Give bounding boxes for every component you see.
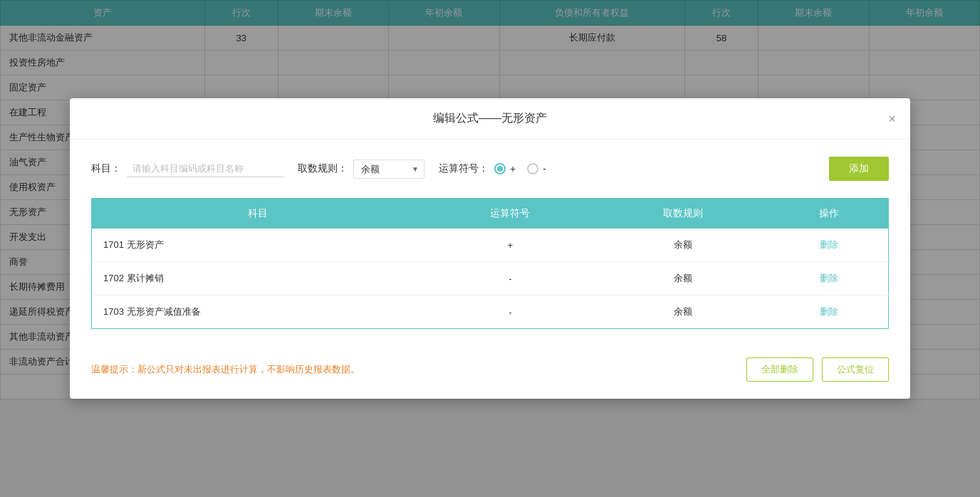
formula-operator: -	[424, 295, 597, 329]
modal-dialog: 编辑公式——无形资产 × 科目： 取数规则： 余额 借方 贷方 借方发生额 贷方…	[70, 98, 910, 399]
formula-row: 1701 无形资产+余额删除	[92, 229, 889, 262]
modal-header: 编辑公式——无形资产 ×	[70, 98, 910, 140]
delete-button[interactable]: 删除	[820, 273, 838, 283]
formula-rule: 余额	[597, 295, 770, 329]
rule-select[interactable]: 余额 借方 贷方 借方发生额 贷方发生额	[353, 159, 424, 179]
reset-button[interactable]: 公式复位	[822, 357, 889, 382]
operator-label: 运算符号：	[439, 162, 489, 175]
rule-select-wrap: 余额 借方 贷方 借方发生额 贷方发生额 ▼	[353, 159, 424, 179]
delete-button[interactable]: 删除	[820, 306, 838, 317]
add-button[interactable]: 添加	[829, 157, 889, 181]
formula-action: 删除	[770, 229, 889, 262]
modal-footer: 温馨提示：新公式只对未出报表进行计算，不影响历史报表数据。 全部删除 公式复位	[70, 346, 910, 399]
operator-minus-radio[interactable]: -	[527, 163, 546, 174]
formula-table: 科目 运算符号 取数规则 操作 1701 无形资产+余额删除1702 累计摊销-…	[91, 198, 889, 329]
operator-plus-circle	[494, 163, 506, 174]
formula-rule: 余额	[597, 262, 770, 295]
delete-button[interactable]: 删除	[820, 239, 838, 250]
footer-buttons: 全部删除 公式复位	[746, 357, 889, 382]
form-row: 科目： 取数规则： 余额 借方 贷方 借方发生额 贷方发生额 ▼ 运算	[91, 157, 889, 181]
table-header-row: 科目 运算符号 取数规则 操作	[92, 199, 889, 229]
rule-field: 取数规则： 余额 借方 贷方 借方发生额 贷方发生额 ▼	[298, 159, 424, 179]
formula-action: 删除	[770, 295, 889, 329]
formula-action: 删除	[770, 262, 889, 295]
subject-input[interactable]	[127, 160, 283, 177]
formula-subject: 1702 累计摊销	[92, 262, 424, 295]
hint-text: 温馨提示：新公式只对未出报表进行计算，不影响历史报表数据。	[91, 363, 360, 376]
delete-all-button[interactable]: 全部删除	[746, 357, 813, 382]
col-rule: 取数规则	[597, 199, 770, 229]
operator-plus-radio[interactable]: +	[494, 163, 516, 174]
formula-rule: 余额	[597, 229, 770, 262]
col-operator: 运算符号	[424, 199, 597, 229]
subject-field: 科目：	[91, 160, 283, 177]
modal-title: 编辑公式——无形资产	[433, 111, 547, 126]
modal-close-button[interactable]: ×	[888, 113, 896, 125]
formula-row: 1703 无形资产减值准备-余额删除	[92, 295, 889, 329]
operator-radio-group: + -	[494, 163, 546, 174]
operator-field: 运算符号： + -	[439, 162, 546, 175]
operator-minus-circle	[527, 163, 538, 174]
formula-operator: +	[424, 229, 597, 262]
formula-subject: 1701 无形资产	[92, 229, 424, 262]
formula-subject: 1703 无形资产减值准备	[92, 295, 424, 329]
formula-row: 1702 累计摊销-余额删除	[92, 262, 889, 295]
subject-label: 科目：	[91, 162, 121, 175]
col-action: 操作	[770, 199, 889, 229]
col-subject: 科目	[92, 199, 424, 229]
operator-minus-label: -	[543, 163, 546, 174]
modal-body: 科目： 取数规则： 余额 借方 贷方 借方发生额 贷方发生额 ▼ 运算	[70, 140, 910, 346]
operator-plus-label: +	[510, 163, 516, 174]
rule-label: 取数规则：	[298, 162, 348, 175]
formula-operator: -	[424, 262, 597, 295]
